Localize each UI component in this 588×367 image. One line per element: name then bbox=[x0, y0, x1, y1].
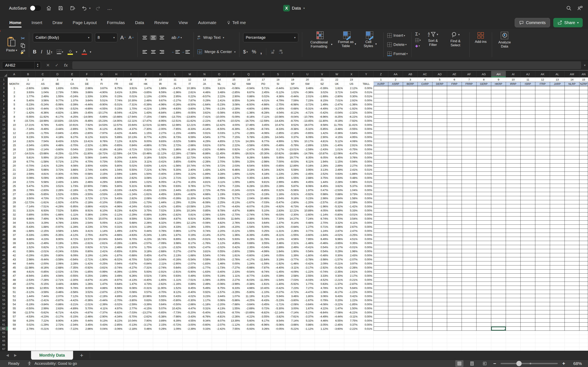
cell-Y37[interactable]: 0.00% bbox=[359, 225, 374, 229]
cell-L31[interactable]: -1.29% bbox=[168, 200, 182, 204]
cell-B41[interactable]: 3.32% bbox=[21, 241, 35, 245]
cell-T63[interactable] bbox=[285, 331, 300, 335]
cell-V6[interactable]: 8.15% bbox=[315, 98, 329, 102]
cell-AA13[interactable] bbox=[388, 127, 403, 131]
cell-X42[interactable]: -0.01% bbox=[344, 245, 359, 249]
cell-AN12[interactable] bbox=[579, 123, 588, 127]
row-header-36[interactable]: 36 bbox=[0, 221, 8, 225]
cell-A52[interactable]: 50 bbox=[8, 286, 21, 290]
cell-B2[interactable]: AU bbox=[21, 82, 35, 86]
column-header-AM[interactable]: AM bbox=[565, 71, 579, 77]
cell-T5[interactable]: -0.44% bbox=[285, 94, 300, 98]
cell-AA61[interactable] bbox=[388, 323, 403, 327]
cell-Y36[interactable]: 0.00% bbox=[359, 221, 374, 225]
cell-AH60[interactable] bbox=[491, 318, 506, 323]
cell-E21[interactable]: 2.27% bbox=[65, 159, 80, 164]
cell-S43[interactable]: 1.64% bbox=[271, 249, 285, 253]
cell-M37[interactable]: -1.26% bbox=[182, 225, 197, 229]
cell-V21[interactable]: 1.94% bbox=[315, 159, 329, 164]
cell-AK32[interactable] bbox=[535, 204, 550, 208]
cell-AA1[interactable]: 2 bbox=[388, 77, 403, 82]
cell-AN44[interactable] bbox=[579, 253, 588, 257]
cell-AM62[interactable] bbox=[565, 327, 579, 331]
row-header-62[interactable]: 62 bbox=[0, 327, 8, 331]
cell-AN3[interactable] bbox=[579, 86, 588, 90]
cell-AC9[interactable] bbox=[418, 110, 432, 115]
cell-T2[interactable]: SP bbox=[285, 82, 300, 86]
column-header-AI[interactable]: AI bbox=[506, 71, 521, 77]
cell-AA63[interactable] bbox=[388, 331, 403, 335]
cell-S53[interactable]: -0.27% bbox=[271, 290, 285, 294]
cell-Z19[interactable] bbox=[374, 151, 388, 155]
cell-M52[interactable]: 8.45% bbox=[182, 286, 197, 290]
cell-AN59[interactable] bbox=[579, 314, 588, 318]
cell-F14[interactable]: -2.80% bbox=[80, 131, 94, 135]
cell-AK18[interactable] bbox=[535, 147, 550, 151]
cell-AA4[interactable] bbox=[388, 90, 403, 94]
cell-W45[interactable]: -1.57% bbox=[329, 257, 344, 261]
cell-AF21[interactable] bbox=[462, 159, 476, 164]
cell-R33[interactable]: 5.10% bbox=[256, 208, 271, 212]
cell-B5[interactable]: 1.77% bbox=[21, 94, 35, 98]
cell-AJ16[interactable] bbox=[521, 139, 535, 143]
cell-AD49[interactable] bbox=[432, 274, 447, 278]
cell-Z38[interactable] bbox=[374, 229, 388, 233]
cell-AJ27[interactable] bbox=[521, 184, 535, 188]
cell-AI37[interactable] bbox=[506, 225, 521, 229]
cell-K62[interactable]: 0.29% bbox=[153, 327, 168, 331]
cell-C49[interactable]: 2.45% bbox=[35, 274, 50, 278]
cell-AE26[interactable] bbox=[447, 180, 462, 184]
cell-Q33[interactable]: 8.86% bbox=[241, 208, 256, 212]
cell-W47[interactable]: -5.42% bbox=[329, 266, 344, 269]
cell-W56[interactable]: -3.22% bbox=[329, 302, 344, 306]
cell-AH66[interactable] bbox=[491, 343, 506, 347]
cell-P4[interactable]: -2.85% bbox=[227, 90, 241, 94]
row-header-58[interactable]: 58 bbox=[0, 310, 8, 314]
cell-AB31[interactable] bbox=[403, 200, 418, 204]
cell-I13[interactable]: -4.37% bbox=[124, 127, 138, 131]
cell-AJ14[interactable] bbox=[521, 131, 535, 135]
cell-Q18[interactable]: -2.47% bbox=[241, 147, 256, 151]
cell-E5[interactable]: -0.24% bbox=[65, 94, 80, 98]
fill-down-icon[interactable]: ↓▾ bbox=[415, 38, 421, 42]
cell-AD44[interactable] bbox=[432, 253, 447, 257]
cell-T61[interactable]: -3.66% bbox=[285, 323, 300, 327]
cell-E49[interactable]: -0.55% bbox=[65, 274, 80, 278]
cell-A18[interactable]: 16 bbox=[8, 147, 21, 151]
cell-U57[interactable]: 1.67% bbox=[300, 306, 315, 310]
cell-U22[interactable]: 0.16% bbox=[300, 164, 315, 167]
cell-AB4[interactable] bbox=[403, 90, 418, 94]
row-header-21[interactable]: 21 bbox=[0, 159, 8, 164]
cell-D39[interactable]: -5.35% bbox=[50, 233, 65, 237]
cell-G53[interactable]: -2.87% bbox=[94, 290, 109, 294]
cell-W8[interactable]: -3.27% bbox=[329, 106, 344, 110]
merge-center-button[interactable]: Merge & Center ▾ bbox=[205, 50, 236, 54]
cell-A57[interactable]: 55 bbox=[8, 306, 21, 310]
cell-C40[interactable]: 4.23% bbox=[35, 237, 50, 241]
cell-J39[interactable]: -5.24% bbox=[138, 233, 153, 237]
cell-AJ53[interactable] bbox=[521, 290, 535, 294]
cell-B33[interactable]: 3.31% bbox=[21, 208, 35, 212]
cell-U42[interactable]: -0.41% bbox=[300, 245, 315, 249]
cell-AI24[interactable] bbox=[506, 172, 521, 176]
cell-AA28[interactable] bbox=[388, 188, 403, 192]
cell-AE37[interactable] bbox=[447, 225, 462, 229]
cell-Q31[interactable]: -1.67% bbox=[241, 200, 256, 204]
cell-P27[interactable]: 7.23% bbox=[227, 184, 241, 188]
cell-A8[interactable]: 6 bbox=[8, 106, 21, 110]
cell-K50[interactable]: -1.65% bbox=[153, 278, 168, 282]
cell-S46[interactable]: -1.92% bbox=[271, 261, 285, 266]
cell-AG50[interactable] bbox=[476, 278, 491, 282]
cell-V2[interactable]: SZ bbox=[315, 82, 329, 86]
cell-AM57[interactable] bbox=[565, 306, 579, 310]
cell-B42[interactable]: 1.52% bbox=[21, 245, 35, 249]
cell-AD26[interactable] bbox=[432, 180, 447, 184]
cell-AF31[interactable] bbox=[462, 200, 476, 204]
cell-AK15[interactable] bbox=[535, 135, 550, 139]
cell-AA58[interactable] bbox=[388, 310, 403, 314]
font-color-icon[interactable]: A bbox=[82, 49, 87, 55]
cell-AF49[interactable] bbox=[462, 274, 476, 278]
cell-N33[interactable]: 0.85% bbox=[197, 208, 212, 212]
cell-F51[interactable]: 1.26% bbox=[80, 282, 94, 286]
cell-P55[interactable]: -5.86% bbox=[227, 298, 241, 302]
